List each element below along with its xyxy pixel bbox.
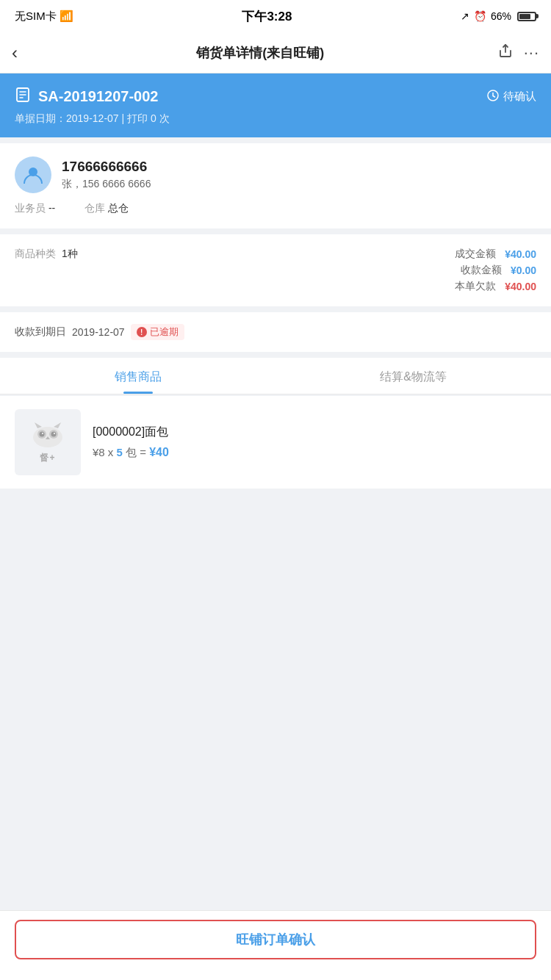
customer-section: 17666666666 张，156 6666 6666 业务员 -- 仓库 总仓 (0, 143, 551, 228)
status-bar: 无SIM卡 📶 下午3:28 ↗ ⏰ 66% (0, 0, 551, 32)
customer-meta: 业务员 -- 仓库 总仓 (15, 202, 536, 215)
overdue-badge: ! 已逾期 (131, 324, 184, 340)
share-button[interactable] (497, 43, 514, 62)
more-button[interactable]: ··· (524, 43, 539, 62)
warehouse-field: 仓库 总仓 (84, 202, 129, 215)
summary-section: 商品种类 1种 成交金额 ¥40.00 收款金额 ¥0.00 本单欠款 ¥40.… (0, 234, 551, 306)
product-info: [0000002]面包 ¥8 x 5 包 = ¥40 (93, 425, 536, 460)
battery-percent: 66% (491, 10, 511, 22)
order-header: SA-20191207-002 待确认 单据日期：2019-12-07 | 打印… (0, 73, 551, 137)
customer-name: 张，156 6666 6666 (62, 178, 536, 191)
carrier-text: 无SIM卡 📶 (15, 10, 73, 24)
tab-settlement-logistics[interactable]: 结算&物流等 (276, 358, 551, 394)
customer-info: 17666666666 张，156 6666 6666 (62, 159, 536, 191)
deal-amount-row: 成交金额 ¥40.00 (455, 248, 536, 261)
due-section: 收款到期日 2019-12-07 ! 已逾期 (0, 312, 551, 352)
amount-summary: 成交金额 ¥40.00 收款金额 ¥0.00 本单欠款 ¥40.00 (455, 248, 536, 293)
tabs-section: 销售商品 结算&物流等 (0, 358, 551, 394)
tab-sales-goods[interactable]: 销售商品 (0, 358, 276, 394)
salesman-field: 业务员 -- (15, 202, 55, 215)
location-icon: ↗ (461, 10, 469, 22)
customer-phone: 17666666666 (62, 159, 536, 175)
svg-point-10 (40, 431, 45, 436)
received-amount: ¥0.00 (511, 264, 536, 276)
svg-point-12 (42, 433, 43, 434)
bottom-bar: 旺铺订单确认 (0, 910, 551, 980)
nav-actions: ··· (497, 43, 539, 62)
alarm-icon: ⏰ (474, 10, 486, 22)
status-clock-icon (487, 90, 499, 104)
status-text: 待确认 (503, 90, 536, 104)
status-left: 无SIM卡 📶 (15, 10, 73, 24)
order-status: 待确认 (487, 90, 536, 104)
received-amount-row: 收款金额 ¥0.00 (461, 264, 536, 277)
product-section: 督+ [0000002]面包 ¥8 x 5 包 = ¥40 (0, 396, 551, 489)
confirm-order-button[interactable]: 旺铺订单确认 (15, 920, 536, 959)
status-time: 下午3:28 (242, 8, 292, 25)
overdue-icon: ! (137, 327, 147, 337)
owed-amount-row: 本单欠款 ¥40.00 (455, 280, 536, 293)
status-right: ↗ ⏰ 66% (461, 10, 536, 22)
avatar (15, 156, 51, 193)
nav-bar: ‹ 销货单详情(来自旺铺) ··· (0, 32, 551, 73)
product-item: 督+ [0000002]面包 ¥8 x 5 包 = ¥40 (0, 396, 551, 489)
owed-amount: ¥40.00 (505, 281, 536, 292)
order-date: 单据日期：2019-12-07 | 打印 0 次 (15, 112, 536, 126)
battery-icon (517, 12, 536, 21)
order-icon (15, 87, 31, 107)
product-type: 商品种类 1种 (15, 248, 78, 261)
back-button[interactable]: ‹ (6, 37, 24, 69)
svg-point-11 (51, 431, 57, 436)
due-date: 2019-12-07 (72, 326, 125, 338)
logo-text: 督+ (40, 452, 55, 464)
product-name: [0000002]面包 (93, 425, 536, 440)
product-price: ¥8 x 5 包 = ¥40 (93, 446, 536, 460)
due-label: 收款到期日 (15, 325, 66, 339)
overdue-text: 已逾期 (150, 325, 179, 339)
empty-area (0, 489, 551, 635)
page-title: 销货单详情(来自旺铺) (24, 44, 497, 62)
product-image: 督+ (15, 409, 81, 475)
product-total: ¥40 (149, 446, 169, 458)
svg-point-13 (54, 433, 55, 434)
order-id: SA-20191207-002 (15, 87, 158, 107)
deal-amount: ¥40.00 (505, 248, 536, 260)
